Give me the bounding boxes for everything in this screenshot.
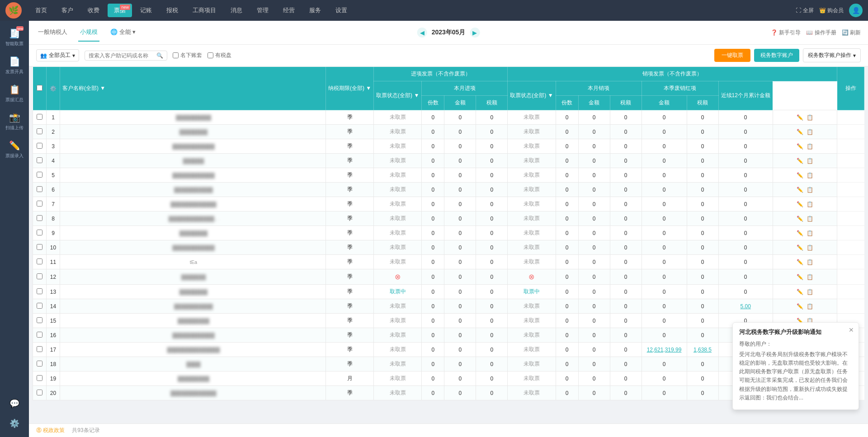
th-tax-period[interactable]: 纳税期限(全部) ▼ xyxy=(326,67,373,110)
copy-btn[interactable]: 📋 xyxy=(807,201,813,207)
nav-home[interactable]: 首页 xyxy=(29,4,53,17)
row-out-count: 0 xyxy=(556,328,578,343)
row-checkbox[interactable] xyxy=(37,157,42,163)
edit-btn[interactable]: ✏️ xyxy=(797,143,803,150)
row-checkbox[interactable] xyxy=(37,258,42,264)
edit-btn[interactable]: ✏️ xyxy=(797,114,803,121)
search-input[interactable] xyxy=(89,52,156,59)
row-in-count: 0 xyxy=(422,386,444,400)
employee-filter[interactable]: 👥 全部员工 ▾ xyxy=(36,49,79,61)
row-checkbox[interactable] xyxy=(37,346,42,352)
copy-btn[interactable]: 📋 xyxy=(807,230,813,236)
nav-messages[interactable]: 消息 xyxy=(224,4,249,17)
row-out-count: 0 xyxy=(556,211,578,226)
copy-btn[interactable]: 📋 xyxy=(807,274,813,280)
row-checkbox[interactable] xyxy=(37,303,42,309)
row-checkbox[interactable] xyxy=(37,273,42,279)
fullscreen-btn[interactable]: ⛶ 全屏 xyxy=(796,7,813,14)
edit-btn[interactable]: ✏️ xyxy=(797,216,803,222)
edit-btn[interactable]: ✏️ xyxy=(797,172,803,179)
nav-accounting[interactable]: 记账 xyxy=(134,4,158,17)
one-click-fetch-btn[interactable]: 一键取票 xyxy=(714,49,750,62)
edit-btn[interactable]: ✏️ xyxy=(797,129,803,135)
sidebar-chat-btn[interactable]: 💬 xyxy=(6,395,23,412)
copy-btn[interactable]: 📋 xyxy=(807,143,813,150)
row-checkbox[interactable] xyxy=(37,244,42,250)
manual-btn[interactable]: 📖 操作手册 xyxy=(806,29,836,37)
sidebar-invoice-open[interactable]: 📄 发票开具 xyxy=(2,52,27,79)
sidebar-scan-upload[interactable]: 📸 扫描上传 xyxy=(2,108,27,135)
nav-fees[interactable]: 收费 xyxy=(81,4,106,17)
user-avatar[interactable]: 👤 xyxy=(849,4,863,17)
copy-btn[interactable]: 📋 xyxy=(807,216,813,222)
nav-business[interactable]: 工商项目 xyxy=(186,4,222,17)
row-checkbox[interactable] xyxy=(37,361,42,367)
has-taxdisk-checkbox[interactable]: 有税盘 xyxy=(208,52,231,59)
select-all-checkbox[interactable] xyxy=(37,85,42,91)
tax-digital-account-btn[interactable]: 税务数字账户 xyxy=(754,49,799,62)
nav-tickets[interactable]: 票据 new xyxy=(108,4,132,17)
th-client[interactable]: 客户名称(全部) ▼ xyxy=(60,67,326,110)
search-icon[interactable]: 🔍 xyxy=(156,52,163,59)
edit-btn[interactable]: ✏️ xyxy=(797,289,803,295)
edit-btn[interactable]: ✏️ xyxy=(797,244,803,251)
tab-all[interactable]: 🌐 全能 ▾ xyxy=(108,23,137,42)
th-status-in[interactable]: 取票状态(全部) ▼ xyxy=(374,81,422,110)
copy-btn[interactable]: 📋 xyxy=(807,129,813,135)
tax-policy-link[interactable]: ⑧ 税政政策 xyxy=(36,427,65,434)
row-checkbox[interactable] xyxy=(37,114,42,120)
my-accounts-checkbox[interactable]: 名下账套 xyxy=(173,52,202,59)
sidebar-summary[interactable]: 📋 票据汇总 xyxy=(2,80,27,107)
period-prev-btn[interactable]: ◀ xyxy=(417,28,427,38)
row-checkbox[interactable] xyxy=(37,128,42,134)
row-checkbox[interactable] xyxy=(37,186,42,192)
row-checkbox[interactable] xyxy=(37,230,42,235)
row-checkbox[interactable] xyxy=(37,375,42,381)
edit-btn[interactable]: ✏️ xyxy=(797,187,803,193)
sidebar-smart-fetch[interactable]: new 🧾 智能取票 xyxy=(2,24,27,51)
tax-digital-ops-btn[interactable]: 税务数字账户操作 ▾ xyxy=(803,48,861,62)
copy-btn[interactable]: 📋 xyxy=(807,259,813,265)
new-guide-btn[interactable]: ❓ 新手引导 xyxy=(771,29,801,37)
nav-settings[interactable]: 设置 xyxy=(329,4,354,17)
row-checkbox[interactable] xyxy=(37,332,42,338)
notif-close-btn[interactable]: ✕ xyxy=(849,326,854,334)
row-checkbox[interactable] xyxy=(37,215,42,221)
copy-btn[interactable]: 📋 xyxy=(807,244,813,251)
edit-btn[interactable]: ✏️ xyxy=(797,201,803,207)
nav-operation[interactable]: 经营 xyxy=(277,4,301,17)
copy-btn[interactable]: 📋 xyxy=(807,114,813,121)
copy-btn[interactable]: 📋 xyxy=(807,289,813,295)
th-status-out[interactable]: 取票状态(全部) ▼ xyxy=(508,81,556,110)
row-checkbox[interactable] xyxy=(37,201,42,207)
tab-general-taxpayer[interactable]: 一般纳税人 xyxy=(36,23,69,42)
has-taxdisk-check[interactable] xyxy=(208,52,213,58)
edit-btn[interactable]: ✏️ xyxy=(797,230,803,236)
nav-tax[interactable]: 报税 xyxy=(160,4,184,17)
edit-btn[interactable]: ✏️ xyxy=(797,303,803,310)
sidebar-invoice-entry[interactable]: ✏️ 票据录入 xyxy=(2,136,27,163)
row-checkbox[interactable] xyxy=(37,288,42,294)
row-checkbox[interactable] xyxy=(37,390,42,395)
edit-btn[interactable]: ✏️ xyxy=(797,274,803,280)
sidebar-settings-btn[interactable]: ⚙️ xyxy=(6,415,23,432)
nav-manage[interactable]: 管理 xyxy=(250,4,275,17)
copy-btn[interactable]: 📋 xyxy=(807,172,813,179)
copy-btn[interactable]: 📋 xyxy=(807,158,813,164)
period-next-btn[interactable]: ▶ xyxy=(470,28,480,38)
tab-small-scale[interactable]: 小规模 xyxy=(78,23,99,42)
nav-service[interactable]: 服务 xyxy=(303,4,327,17)
my-accounts-check[interactable] xyxy=(173,52,179,58)
edit-btn[interactable]: ✏️ xyxy=(797,259,803,265)
nav-clients[interactable]: 客户 xyxy=(55,4,80,17)
row-checkbox[interactable] xyxy=(37,172,42,178)
row-status-in: 未取票 xyxy=(374,168,422,183)
member-btn[interactable]: 👑 购会员 xyxy=(819,7,844,14)
row-checkbox[interactable] xyxy=(37,143,42,149)
copy-btn[interactable]: 📋 xyxy=(807,303,813,310)
row-checkbox[interactable] xyxy=(37,317,42,323)
refresh-btn[interactable]: 🔄 刷新 xyxy=(842,29,861,37)
edit-btn[interactable]: ✏️ xyxy=(797,158,803,164)
copy-btn[interactable]: 📋 xyxy=(807,187,813,193)
app-logo[interactable]: 🌿 xyxy=(5,2,22,19)
